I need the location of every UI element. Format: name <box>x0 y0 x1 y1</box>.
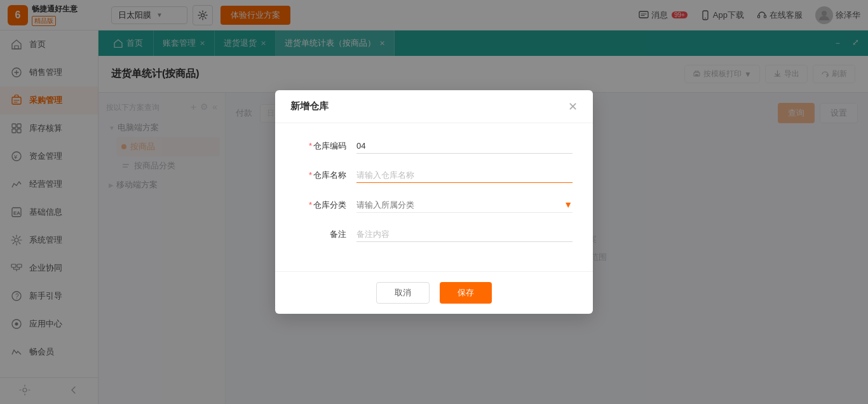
category-select[interactable]: ▼ <box>356 197 573 213</box>
modal-overlay: 新增仓库 ✕ *仓库编码 *仓库名称 *仓库分类 <box>0 0 868 404</box>
modal-title: 新增仓库 <box>290 100 329 112</box>
name-label: *仓库名称 <box>295 170 346 181</box>
cancel-button[interactable]: 取消 <box>376 282 430 304</box>
category-label: *仓库分类 <box>295 199 346 211</box>
note-input[interactable] <box>356 227 573 242</box>
note-label: 备注 <box>295 229 346 240</box>
code-label: *仓库编码 <box>295 140 346 152</box>
form-row-code: *仓库编码 <box>295 138 573 154</box>
save-button[interactable]: 保存 <box>440 282 492 304</box>
modal-close-button[interactable]: ✕ <box>568 101 578 112</box>
new-warehouse-modal: 新增仓库 ✕ *仓库编码 *仓库名称 *仓库分类 <box>275 90 593 314</box>
form-row-name: *仓库名称 <box>295 168 573 183</box>
modal-body: *仓库编码 *仓库名称 *仓库分类 ▼ <box>275 123 593 271</box>
code-input[interactable] <box>356 138 573 154</box>
form-row-category: *仓库分类 ▼ <box>295 197 573 213</box>
form-row-note: 备注 <box>295 227 573 242</box>
category-input[interactable] <box>356 200 564 210</box>
modal-footer: 取消 保存 <box>275 271 593 314</box>
category-dropdown-arrow: ▼ <box>564 199 573 210</box>
name-input[interactable] <box>356 168 573 183</box>
modal-header: 新增仓库 ✕ <box>275 90 593 123</box>
